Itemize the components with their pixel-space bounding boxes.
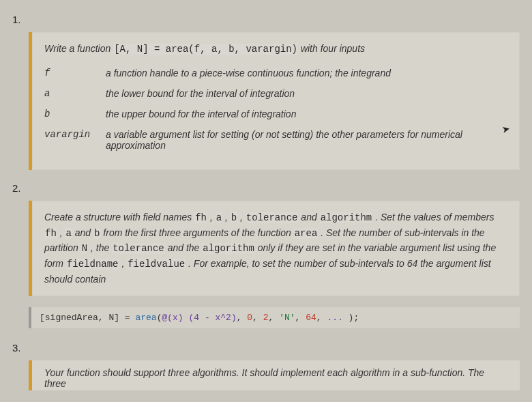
param-desc: a function handle to a piece-wise contin… (106, 68, 507, 78)
code-ellipsis: ... (327, 313, 342, 323)
question-list: 1. Write a function [A, N] = area(f, a, … (0, 0, 532, 390)
code-fn: area (135, 313, 156, 323)
param-name: b (44, 109, 106, 119)
sep: , (237, 313, 248, 323)
t: and (72, 227, 93, 238)
q1-intro-pre: Write a function (44, 43, 113, 54)
t: and the (165, 242, 203, 253)
c: fh (194, 212, 207, 223)
t: , (57, 227, 65, 238)
c: a (65, 228, 72, 239)
q1-intro-code: [A, N] = area(f, a, b, varargin) (113, 44, 298, 55)
question-2-panel: Create a structure with field names fh ,… (29, 201, 520, 296)
code-eq: = (119, 313, 135, 323)
question-number-2: 2. (12, 182, 520, 194)
sep: , (316, 313, 327, 323)
t: , the (88, 242, 112, 253)
c: tolerance (112, 243, 165, 254)
t: Create a structure with field names (44, 212, 194, 222)
sep: , (252, 313, 263, 323)
q3-text: Your function should support three algor… (44, 367, 484, 389)
c: fieldname (66, 259, 119, 270)
code-num: 0 (247, 313, 252, 323)
c: a (216, 212, 222, 223)
param-row: f a function handle to a piece-wise cont… (44, 68, 507, 78)
code-close: ); (343, 313, 359, 323)
sep: , (269, 313, 280, 323)
c: N (81, 243, 88, 254)
c: tolerance (246, 212, 299, 223)
question-number-1: 1. (12, 14, 520, 25)
param-name: varargin (44, 129, 106, 140)
t: and (298, 212, 319, 222)
question-number-3: 3. (12, 342, 520, 354)
c: b (93, 228, 100, 239)
question-3-panel: Your function should support three algor… (29, 360, 520, 390)
t: , (237, 212, 246, 222)
q1-intro: Write a function [A, N] = area(f, a, b, … (44, 42, 507, 57)
c: area (294, 228, 319, 239)
param-row: varargin a variable argument list for se… (44, 129, 507, 151)
param-row: b the upper bound for the interval of in… (44, 109, 507, 119)
param-name: a (44, 88, 106, 99)
t: from the first three arguments of the fu… (100, 227, 293, 238)
param-row: a the lower bound for the interval of in… (44, 88, 507, 99)
c: fh (44, 228, 57, 239)
c: b (231, 212, 237, 223)
c: algorithm (320, 212, 373, 223)
code-anon: @(x) (4 - x^2) (162, 313, 236, 323)
sep: , (295, 313, 306, 323)
q2-body: Create a structure with field names fh ,… (44, 210, 507, 287)
code-str: 'N' (279, 313, 295, 323)
q1-intro-post: with four inputs (301, 43, 365, 54)
code-num: 64 (306, 313, 316, 323)
c: fieldvalue (127, 259, 186, 270)
param-desc: the upper bound for the interval of inte… (106, 109, 507, 119)
q2-code-example: [signedArea, N] = area(@(x) (4 - x^2), 0… (29, 307, 520, 328)
param-desc: the lower bound for the interval of inte… (106, 88, 507, 99)
c: algorithm (202, 243, 255, 254)
t: , (119, 258, 128, 269)
question-1-panel: Write a function [A, N] = area(f, a, b, … (29, 32, 520, 170)
t: . Set the values of members (372, 212, 494, 222)
param-name: f (44, 68, 106, 78)
code-output-vars: [signedArea, N] (40, 313, 119, 323)
t: , (207, 212, 216, 222)
t: , (222, 212, 231, 222)
code-num: 2 (263, 313, 269, 323)
param-desc: a variable argument list for setting (or… (106, 129, 507, 151)
